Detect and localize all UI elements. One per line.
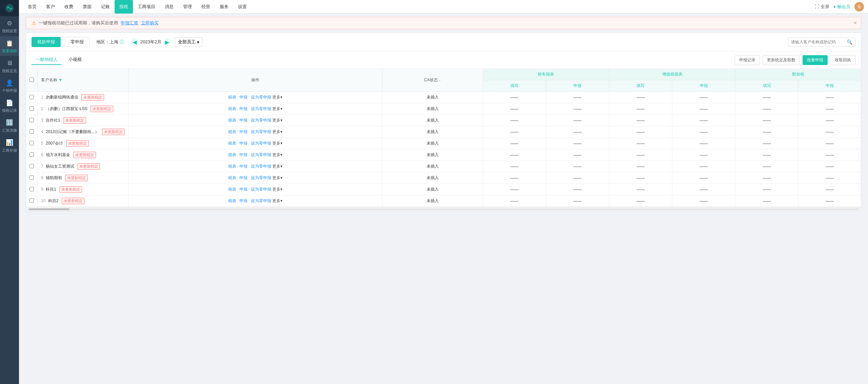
fullscreen-button[interactable]: ⛶ 全屏 [815,4,829,10]
row-ca-3: 未插入 [382,126,483,138]
op-apply-6[interactable]: 申报 [239,164,248,169]
nav-settings[interactable]: 设置 [233,0,252,14]
op-tax-form-8[interactable]: 税表 [228,187,236,192]
row-select-2[interactable] [29,118,34,122]
banner-close-button[interactable]: × [854,20,857,26]
op-apply-5[interactable]: 申报 [239,152,248,157]
nav-invoice[interactable]: 票据 [78,0,96,14]
op-tax-form-6[interactable]: 税表 [228,164,236,169]
scroll-thumb[interactable] [29,208,70,210]
row-finance-report-0: —— [546,92,609,103]
op-zero-apply-3[interactable]: 设为零申报 [251,129,271,134]
op-tax-form-3[interactable]: 税表 [228,129,236,134]
op-more-9[interactable]: 更多▾ [272,198,282,203]
retrieve-button[interactable]: 收取回执 [830,55,855,65]
row-select-1[interactable] [29,106,34,111]
op-more-1[interactable]: 更多▾ [272,106,282,111]
tab-tax-declaration[interactable]: 税款申报 [32,37,61,47]
nav-management[interactable]: 管理 [178,0,197,14]
select-all-checkbox[interactable] [29,78,34,82]
op-more-0[interactable]: 更多▾ [272,95,282,100]
nav-tax[interactable]: 报税 [115,0,133,14]
avatar[interactable]: 会 [854,2,864,12]
op-zero-apply-7[interactable]: 设为零申报 [251,175,271,180]
row-select-4[interactable] [29,141,34,145]
sidebar-item-batch-tax[interactable]: 📋 批量报税 [0,36,19,56]
op-zero-apply-9[interactable]: 设为零申报 [251,198,271,203]
op-tax-form-2[interactable]: 税表 [228,118,236,123]
member-button[interactable]: ♦ 畅会员 [833,4,850,10]
nav-operation[interactable]: 经营 [197,0,215,14]
op-zero-apply-4[interactable]: 设为零申报 [251,141,271,146]
op-zero-apply-6[interactable]: 设为零申报 [251,164,271,169]
col-vat-fill: 填写 [609,80,672,92]
op-apply-2[interactable]: 申报 [239,118,248,123]
op-apply-9[interactable]: 申报 [239,198,248,203]
op-apply-1[interactable]: 申报 [239,106,248,111]
nav-message[interactable]: 消息 [160,0,178,14]
op-more-4[interactable]: 更多▾ [272,141,282,146]
sidebar-item-tax-settings[interactable]: ⚙ 报税设置 [0,16,19,36]
row-ops-7: 税表 申报 设为零申报 更多▾ [129,172,382,184]
sidebar-item-annual-report[interactable]: 📊 工商年报 [0,135,19,155]
op-tax-form-7[interactable]: 税表 [228,175,236,180]
op-zero-apply-1[interactable]: 设为零申报 [251,106,271,111]
row-select-7[interactable] [29,175,34,180]
sub-toolbar: 一般纳税人 小规模 申报记录 更新统定及取数 批量申报 收取回执 [26,51,861,69]
next-date-button[interactable]: ▶ [163,38,171,46]
op-more-8[interactable]: 更多▾ [272,187,282,192]
op-apply-8[interactable]: 申报 [239,187,248,192]
op-tax-form-1[interactable]: 税表 [228,106,236,111]
nav-billing[interactable]: 收费 [60,0,78,14]
nav-service[interactable]: 服务 [215,0,233,14]
apply-record-button[interactable]: 申报记录 [735,55,760,65]
row-select-0[interactable] [29,95,34,99]
op-apply-3[interactable]: 申报 [239,129,248,134]
prev-date-button[interactable]: ◀ [131,38,138,46]
op-zero-apply-5[interactable]: 设为零申报 [251,152,271,157]
table-row: 3 合作社1 未更新税定 税表 申报 设为零申报 更多▾ 未插入 —— —— —… [26,115,861,126]
op-apply-0[interactable]: 申报 [239,95,248,100]
row-select-3[interactable] [29,129,34,134]
op-zero-apply-0[interactable]: 设为零申报 [251,95,271,100]
dept-select[interactable]: 全部员工 ▾ [175,37,202,47]
op-zero-apply-8[interactable]: 设为零申报 [251,187,271,192]
op-more-6[interactable]: 更多▾ [272,164,282,169]
nav-home[interactable]: 首页 [23,0,41,14]
banner-link2[interactable]: 立即购买 [141,20,159,26]
sidebar-item-annual-settlement[interactable]: 🔢 汇算清缴 [0,115,19,135]
nav-accounting[interactable]: 记账 [96,0,115,14]
op-more-3[interactable]: 更多▾ [272,129,282,134]
row-select-9[interactable] [29,198,34,203]
row-ca-1: 未插入 [382,103,483,115]
row-select-8[interactable] [29,187,34,191]
sidebar-item-tax-overview[interactable]: 🖥 报税总览 [0,56,19,76]
batch-apply-button[interactable]: 批量申报 [803,55,828,65]
op-tax-form-5[interactable]: 税表 [228,152,236,157]
op-tax-form-4[interactable]: 税表 [228,141,236,146]
tab-small-scale[interactable]: 小规模 [64,55,86,65]
sidebar-item-personal-tax[interactable]: 👤 个税申报 [0,76,19,96]
banner-link1[interactable]: 申报汇签 [121,20,138,26]
op-more-2[interactable]: 更多▾ [272,118,282,123]
row-select-5[interactable] [29,152,34,157]
tab-general-taxpayer[interactable]: 一般纳税人 [32,55,62,65]
row-finance-fill-6: —— [483,161,546,172]
op-tax-form-9[interactable]: 税表 [228,198,236,203]
row-vat-fill-7: —— [609,172,672,184]
update-stats-button[interactable]: 更新统定及取数 [763,55,800,65]
op-apply-7[interactable]: 申报 [239,175,248,180]
row-add-fill-1: —— [735,103,798,115]
op-more-5[interactable]: 更多▾ [272,152,282,157]
nav-client[interactable]: 客户 [41,0,60,14]
op-more-7[interactable]: 更多▾ [272,175,282,180]
op-tax-form-0[interactable]: 税表 [228,95,236,100]
row-select-6[interactable] [29,164,34,168]
search-input[interactable] [791,40,845,44]
tab-zero-declaration[interactable]: 零申报 [65,37,90,47]
op-apply-4[interactable]: 申报 [239,141,248,146]
nav-business[interactable]: 工商项目 [133,0,160,14]
op-zero-apply-2[interactable]: 设为零申报 [251,118,271,123]
sidebar-item-tax-record[interactable]: 📄 报税记录 [0,96,19,116]
sidebar-item-tax-record-label: 报税记录 [2,108,17,113]
